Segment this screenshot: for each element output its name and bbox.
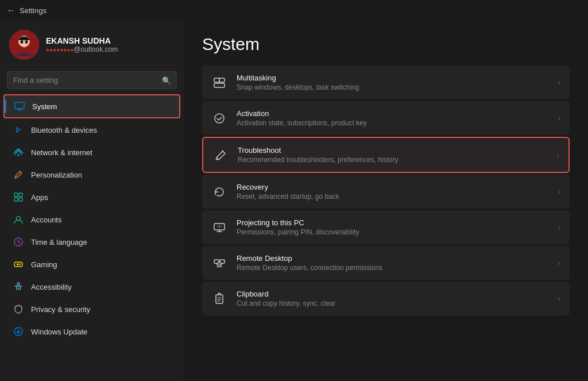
- personalization-icon: [13, 169, 24, 180]
- setting-text-remote-desktop: Remote Desktop Remote Desktop users, con…: [237, 254, 549, 272]
- gaming-icon: [13, 259, 24, 270]
- sidebar: EKANSH SUDHA ●●●●●●●●@outlook.com 🔍 Syst…: [0, 21, 184, 381]
- sidebar-item-label-time: Time & language: [31, 238, 87, 247]
- sidebar-item-privacy[interactable]: Privacy & security: [3, 298, 180, 320]
- setting-text-activation: Activation Activation state, subscriptio…: [237, 109, 549, 127]
- setting-text-projecting: Projecting to this PC Permissions, pairi…: [237, 218, 549, 236]
- sidebar-item-accessibility[interactable]: Accessibility: [3, 276, 180, 298]
- clipboard-icon: [211, 291, 227, 307]
- windows-update-icon: [13, 326, 24, 337]
- sidebar-item-label-accounts: Accounts: [31, 215, 61, 224]
- sidebar-item-label-accessibility: Accessibility: [31, 283, 72, 291]
- setting-desc-troubleshoot: Recommended troubleshooters, preferences…: [238, 156, 548, 164]
- bluetooth-icon: [13, 124, 24, 136]
- sidebar-item-label-personalization: Personalization: [31, 171, 82, 179]
- chevron-icon-projecting: ›: [558, 224, 560, 232]
- setting-item-troubleshoot[interactable]: Troubleshoot Recommended troubleshooters…: [202, 137, 570, 173]
- avatar: [9, 30, 39, 60]
- privacy-icon: [13, 303, 24, 315]
- network-icon: [13, 147, 24, 158]
- setting-desc-projecting: Permissions, pairing PIN, discoverabilit…: [237, 228, 549, 236]
- sidebar-item-accounts[interactable]: Accounts: [3, 209, 180, 230]
- setting-item-activation[interactable]: Activation Activation state, subscriptio…: [202, 101, 570, 135]
- sidebar-item-time[interactable]: Time & language: [3, 231, 180, 253]
- chevron-icon-clipboard: ›: [558, 295, 560, 303]
- svg-rect-8: [14, 198, 18, 201]
- sidebar-item-label-windows-update: Windows Update: [31, 328, 87, 336]
- sidebar-item-personalization[interactable]: Personalization: [3, 164, 180, 186]
- accounts-icon: [13, 214, 24, 225]
- svg-point-20: [215, 114, 224, 123]
- setting-title-multitasking: Multitasking: [237, 74, 549, 82]
- setting-item-projecting[interactable]: Projecting to this PC Permissions, pairi…: [202, 210, 570, 244]
- chevron-icon-remote-desktop: ›: [558, 259, 560, 267]
- chevron-icon-troubleshoot: ›: [557, 151, 559, 159]
- chevron-icon-activation: ›: [558, 114, 560, 122]
- main-layout: EKANSH SUDHA ●●●●●●●●@outlook.com 🔍 Syst…: [0, 21, 588, 381]
- multitasking-icon: [211, 75, 227, 91]
- setting-title-projecting: Projecting to this PC: [237, 218, 549, 227]
- back-button[interactable]: ←: [7, 6, 15, 15]
- sidebar-item-system[interactable]: System: [3, 94, 180, 118]
- user-info: EKANSH SUDHA ●●●●●●●●@outlook.com: [46, 36, 118, 53]
- svg-rect-19: [214, 83, 225, 87]
- svg-rect-9: [19, 198, 22, 201]
- accessibility-icon: [13, 281, 24, 293]
- setting-title-troubleshoot: Troubleshoot: [238, 146, 548, 155]
- svg-rect-4: [15, 102, 24, 109]
- user-profile[interactable]: EKANSH SUDHA ●●●●●●●●@outlook.com: [0, 21, 184, 67]
- sidebar-nav: System Bluetooth & devices Network & int…: [0, 94, 184, 343]
- setting-desc-recovery: Reset, advanced startup, go back: [237, 193, 549, 201]
- svg-rect-17: [214, 78, 219, 82]
- troubleshoot-icon: [212, 147, 229, 163]
- setting-item-clipboard[interactable]: Clipboard Cut and copy history, sync, cl…: [202, 282, 570, 315]
- title-bar: ← Settings: [0, 0, 588, 21]
- sidebar-item-gaming[interactable]: Gaming: [3, 253, 180, 275]
- chevron-icon-multitasking: ›: [558, 79, 560, 87]
- setting-item-recovery[interactable]: Recovery Reset, advanced startup, go bac…: [202, 175, 570, 209]
- user-email: ●●●●●●●●@outlook.com: [46, 45, 118, 53]
- user-name: EKANSH SUDHA: [46, 36, 118, 45]
- sidebar-item-bluetooth[interactable]: Bluetooth & devices: [3, 119, 180, 141]
- system-icon: [14, 101, 25, 112]
- setting-desc-multitasking: Snap windows, desktops, task switching: [237, 83, 549, 91]
- remote-desktop-icon: [211, 255, 227, 271]
- page-title: System: [202, 34, 570, 54]
- svg-point-3: [25, 40, 28, 44]
- search-input[interactable]: [7, 71, 177, 89]
- setting-title-clipboard: Clipboard: [237, 290, 549, 298]
- apps-icon: [13, 191, 24, 203]
- svg-point-5: [18, 155, 20, 156]
- recovery-icon: [211, 184, 227, 200]
- setting-desc-clipboard: Cut and copy history, sync, clear: [237, 299, 549, 307]
- sidebar-item-label-gaming: Gaming: [31, 260, 57, 269]
- svg-rect-23: [220, 260, 225, 263]
- setting-text-troubleshoot: Troubleshoot Recommended troubleshooters…: [238, 146, 548, 164]
- content-area: System Multitasking Snap windows, deskto…: [184, 21, 588, 381]
- title-bar-label: Settings: [20, 6, 47, 15]
- sidebar-item-network[interactable]: Network & internet: [3, 141, 180, 163]
- svg-rect-6: [14, 193, 18, 197]
- settings-list: Multitasking Snap windows, desktops, tas…: [202, 66, 570, 315]
- search-container: 🔍: [0, 67, 184, 94]
- svg-point-2: [21, 40, 24, 44]
- setting-item-multitasking[interactable]: Multitasking Snap windows, desktops, tas…: [202, 66, 570, 99]
- sidebar-item-label-bluetooth: Bluetooth & devices: [31, 126, 97, 134]
- sidebar-item-apps[interactable]: Apps: [3, 186, 180, 208]
- time-icon: [13, 236, 24, 248]
- svg-point-14: [20, 264, 21, 265]
- svg-rect-18: [219, 78, 225, 82]
- activation-icon: [211, 110, 227, 126]
- setting-title-recovery: Recovery: [237, 183, 549, 191]
- svg-point-13: [20, 263, 21, 264]
- sidebar-item-windows-update[interactable]: Windows Update: [3, 321, 180, 342]
- setting-item-remote-desktop[interactable]: Remote Desktop Remote Desktop users, con…: [202, 246, 570, 280]
- setting-desc-activation: Activation state, subscriptions, product…: [237, 119, 549, 127]
- svg-rect-22: [214, 260, 219, 263]
- sidebar-item-label-network: Network & internet: [31, 148, 92, 157]
- sidebar-item-label-privacy: Privacy & security: [31, 305, 90, 314]
- setting-text-recovery: Recovery Reset, advanced startup, go bac…: [237, 183, 549, 201]
- setting-title-remote-desktop: Remote Desktop: [237, 254, 549, 263]
- projecting-icon: [211, 220, 227, 236]
- setting-text-multitasking: Multitasking Snap windows, desktops, tas…: [237, 74, 549, 91]
